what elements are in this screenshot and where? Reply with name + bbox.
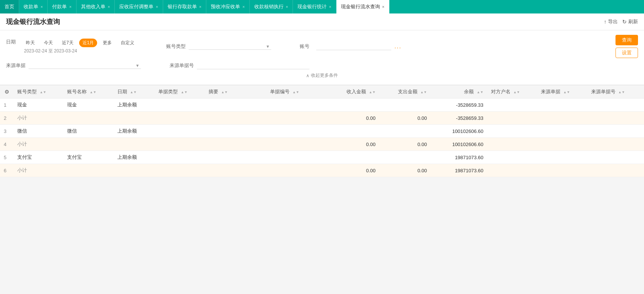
sort-arrows-income[interactable]: ▲▼ [369, 91, 375, 94]
nav-tab-fukuan[interactable]: 付款单 × [48, 0, 76, 13]
cell-account_type: 现金 [14, 98, 63, 112]
table-row: 6小计0.000.0019871073.60 [0, 164, 644, 177]
date-btn-custom[interactable]: 自定义 [117, 39, 138, 47]
account-ellipsis[interactable]: ... [394, 43, 401, 50]
close-icon[interactable]: × [41, 4, 43, 9]
cell-doc_no [266, 151, 328, 164]
close-icon[interactable]: × [69, 4, 71, 9]
nav-tab-stats[interactable]: 现金银行统计 × [293, 0, 336, 13]
cell-source_doc_no [587, 112, 644, 125]
sort-arrows-doc-type[interactable]: ▲▼ [181, 91, 188, 94]
account-type-select[interactable]: ▼ [189, 43, 271, 50]
close-icon[interactable]: × [108, 4, 110, 9]
gear-icon[interactable]: ⚙ [5, 89, 9, 95]
th-date: 日期 ▲▼ [114, 85, 155, 98]
cell-expense [379, 151, 431, 164]
collapse-label: 收起更多条件 [311, 72, 338, 79]
date-btn-more[interactable]: 更多 [99, 39, 115, 47]
account-input[interactable] [316, 43, 391, 50]
close-icon[interactable]: × [329, 4, 331, 9]
nav-tab-label: 付款单 [52, 3, 67, 10]
nav-tab-bank-deposit[interactable]: 银行存取款单 × [163, 0, 206, 13]
table-row: 3微信微信上期余额100102606.60 [0, 125, 644, 138]
cell-source_doc [537, 164, 587, 177]
date-btn-yesterday[interactable]: 昨天 [23, 39, 38, 47]
nav-home[interactable]: 首页 [0, 0, 19, 13]
filter-row-date: 日期 昨天 今天 近7天 近1月 更多 自定义 2023-02-24 至 202… [6, 35, 638, 58]
cell-no: 6 [0, 164, 14, 177]
close-icon[interactable]: × [382, 4, 384, 9]
close-icon[interactable]: × [286, 4, 288, 9]
cell-expense: 0.00 [379, 164, 431, 177]
th-expense: 支出金额 ▲▼ [379, 85, 431, 98]
date-btn-today[interactable]: 今天 [41, 39, 56, 47]
th-balance: 余额 ▲▼ [431, 85, 487, 98]
cell-doc_type [155, 164, 204, 177]
th-settings[interactable]: ⚙ [0, 85, 14, 98]
cell-counterparty [487, 151, 537, 164]
cell-doc_no [266, 125, 328, 138]
sort-arrows-account-name[interactable]: ▲▼ [90, 91, 96, 94]
nav-tab-verify[interactable]: 收款核销执行 × [250, 0, 293, 13]
page-header: 现金银行流水查询 ↑ 导出 ↻ 刷新 [0, 13, 644, 30]
nav-tab-label: 现金银行流水查询 [341, 3, 380, 10]
table-row: 2小计0.000.00-3528659.33 [0, 112, 644, 125]
export-button[interactable]: ↑ 导出 [604, 18, 618, 25]
cell-counterparty [487, 125, 537, 138]
date-btn-7days[interactable]: 近7天 [59, 39, 77, 47]
th-source-doc-no: 来源单据号 ▲▼ [587, 85, 644, 98]
sort-arrows-summary[interactable]: ▲▼ [221, 91, 228, 94]
query-button[interactable]: 查询 [615, 35, 638, 45]
date-btn-1month[interactable]: 近1月 [79, 39, 98, 47]
nav-tab-flow[interactable]: 现金银行流水查询 × [336, 0, 389, 13]
sort-arrows-source[interactable]: ▲▼ [563, 91, 570, 94]
nav-tab-prepaid[interactable]: 预收冲应收单 × [206, 0, 249, 13]
nav-tab-other-income[interactable]: 其他收入单 × [77, 0, 115, 13]
source-doc-arrow-icon: ▼ [135, 63, 140, 68]
sort-arrows-date[interactable]: ▲▼ [130, 91, 137, 94]
cell-source_doc [537, 125, 587, 138]
cell-summary [205, 138, 266, 151]
date-range-display: 2023-02-24 至 2023-03-24 [24, 48, 138, 54]
cell-doc_no [266, 138, 328, 151]
cell-summary [205, 151, 266, 164]
collapse-bar[interactable]: ∧ 收起更多条件 [6, 71, 638, 80]
cell-income [328, 125, 379, 138]
cell-balance: -3528659.33 [431, 98, 487, 112]
sort-arrows-expense[interactable]: ▲▼ [420, 91, 427, 94]
sort-arrows-counterparty[interactable]: ▲▼ [513, 91, 520, 94]
account-type-arrow-icon: ▼ [266, 44, 270, 49]
source-doc-no-input[interactable] [197, 62, 309, 69]
filter-row-source: 来源单据 ▼ 来源单据号 [6, 62, 638, 69]
refresh-button[interactable]: ↻ 刷新 [622, 18, 638, 25]
close-icon[interactable]: × [156, 4, 158, 9]
source-doc-select[interactable]: ▼ [29, 63, 141, 69]
account-label: 账号 [300, 43, 313, 50]
cell-source_doc [537, 98, 587, 112]
th-income: 收入金额 ▲▼ [328, 85, 379, 98]
nav-tab-adjust[interactable]: 应收应付调整单 × [115, 0, 163, 13]
sort-arrows-balance[interactable]: ▲▼ [477, 91, 483, 94]
cell-source_doc_no [587, 125, 644, 138]
cell-expense [379, 125, 431, 138]
close-icon[interactable]: × [242, 4, 245, 9]
export-label: 导出 [608, 18, 618, 25]
source-doc-no-label: 来源单据号 [170, 62, 194, 69]
data-table: ⚙ 账号类型 ▲▼ 账号名称 ▲▼ 日期 ▲▼ 单据类型 ▲▼ [0, 85, 644, 177]
sort-arrows-doc-no[interactable]: ▲▼ [293, 91, 299, 94]
page-title: 现金银行流水查询 [6, 17, 60, 26]
close-icon[interactable]: × [199, 4, 201, 9]
sort-arrows-source-no[interactable]: ▲▼ [618, 91, 625, 94]
th-summary: 摘要 ▲▼ [205, 85, 266, 98]
table-header-row: ⚙ 账号类型 ▲▼ 账号名称 ▲▼ 日期 ▲▼ 单据类型 ▲▼ [0, 85, 644, 98]
sort-arrows-account-type[interactable]: ▲▼ [40, 91, 47, 94]
cell-summary [205, 125, 266, 138]
th-account-name: 账号名称 ▲▼ [63, 85, 113, 98]
nav-tab-label: 现金银行统计 [297, 3, 327, 10]
cell-doc_no [266, 98, 328, 112]
cell-source_doc [537, 112, 587, 125]
settings-button[interactable]: 设置 [615, 48, 638, 58]
cell-balance: 19871073.60 [431, 164, 487, 177]
cell-date [114, 112, 155, 125]
nav-tab-shoukuan[interactable]: 收款单 × [19, 0, 48, 13]
